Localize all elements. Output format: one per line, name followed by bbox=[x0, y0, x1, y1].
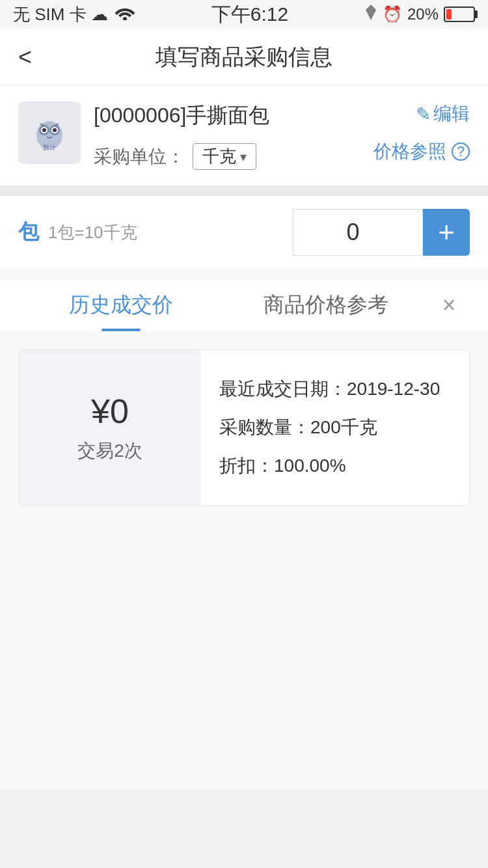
status-right: ⏰ 20% bbox=[364, 3, 475, 25]
edit-label: 编辑 bbox=[433, 102, 470, 126]
status-bar: 无 SIM 卡 ☁ 下午6:12 ⏰ 20% bbox=[0, 0, 488, 29]
unit-label: 采购单位： bbox=[94, 144, 185, 169]
edit-button[interactable]: ✎ 编辑 bbox=[416, 102, 470, 126]
svg-text:数计: 数计 bbox=[43, 144, 56, 151]
price-amount: ¥0 bbox=[91, 392, 129, 431]
product-unit-row: 采购单位： 千克 ▾ bbox=[94, 143, 269, 170]
product-info: [0000006]手撕面包 采购单位： 千克 ▾ bbox=[94, 102, 269, 170]
main-content: 历史成交价 商品价格参考 × ¥0 交易2次 最近成交日期：2019-12-30… bbox=[0, 269, 488, 789]
package-icon: 包 bbox=[18, 218, 39, 247]
product-left: 数计 [0000006]手撕面包 采购单位： 千克 ▾ bbox=[18, 102, 269, 170]
tab-history-price[interactable]: 历史成交价 bbox=[18, 279, 223, 331]
package-ratio: 1包=10千克 bbox=[48, 221, 137, 244]
dropdown-arrow-icon: ▾ bbox=[240, 149, 247, 165]
unit-badge[interactable]: 千克 ▾ bbox=[193, 143, 256, 170]
quantity-input[interactable] bbox=[293, 209, 423, 256]
recent-date-label: 最近成交日期： bbox=[219, 379, 347, 399]
tab-price-reference[interactable]: 商品价格参考 bbox=[223, 279, 428, 331]
purchase-qty-value: 200千克 bbox=[310, 417, 377, 437]
discount-value: 100.00% bbox=[274, 455, 346, 476]
location-icon bbox=[364, 3, 377, 25]
price-value: 0 bbox=[110, 392, 129, 430]
alarm-icon: ⏰ bbox=[383, 5, 402, 23]
tab-price-reference-label: 商品价格参考 bbox=[264, 291, 388, 319]
battery-icon bbox=[444, 7, 475, 22]
quantity-row: 包 1包=10千克 + bbox=[0, 196, 488, 269]
page-title: 填写商品采购信息 bbox=[156, 42, 332, 72]
tabs-close-button[interactable]: × bbox=[428, 279, 470, 331]
history-price-section: ¥0 交易2次 bbox=[19, 350, 201, 505]
quantity-plus-button[interactable]: + bbox=[423, 209, 470, 256]
battery-percent: 20% bbox=[407, 5, 439, 23]
svg-point-0 bbox=[123, 17, 127, 20]
history-price-card: ¥0 交易2次 最近成交日期：2019-12-30 采购数量：200千克 折扣：… bbox=[18, 349, 470, 506]
section-divider bbox=[0, 185, 488, 196]
product-header: 数计 [0000006]手撕面包 采购单位： 千克 ▾ ✎ 编辑 bbox=[18, 102, 470, 170]
purchase-qty-label: 采购数量： bbox=[219, 417, 310, 437]
tabs-row: 历史成交价 商品价格参考 × bbox=[0, 279, 488, 331]
product-logo: 数计 bbox=[29, 112, 70, 154]
price-ref-label: 价格参照 bbox=[373, 139, 446, 164]
purchase-qty-row: 采购数量：200千克 bbox=[219, 414, 451, 440]
nav-bar: < 填写商品采购信息 bbox=[0, 29, 488, 86]
status-left: 无 SIM 卡 ☁ bbox=[13, 3, 135, 26]
history-detail-section: 最近成交日期：2019-12-30 采购数量：200千克 折扣：100.00% bbox=[201, 350, 469, 505]
back-button[interactable]: < bbox=[18, 44, 32, 71]
trade-count: 交易2次 bbox=[77, 439, 142, 463]
unit-value: 千克 bbox=[202, 145, 236, 168]
discount-label: 折扣： bbox=[219, 455, 274, 476]
price-symbol: ¥ bbox=[91, 392, 110, 430]
quantity-label: 包 1包=10千克 bbox=[18, 218, 137, 247]
edit-icon: ✎ bbox=[416, 103, 431, 125]
wifi-icon bbox=[115, 5, 135, 25]
discount-row: 折扣：100.00% bbox=[219, 453, 451, 478]
recent-date-value: 2019-12-30 bbox=[347, 379, 440, 399]
status-time: 下午6:12 bbox=[211, 1, 288, 28]
no-sim-text: 无 SIM 卡 ☁ bbox=[13, 3, 108, 26]
recent-date-row: 最近成交日期：2019-12-30 bbox=[219, 376, 451, 401]
svg-point-7 bbox=[53, 128, 57, 132]
price-ref-help-icon: ? bbox=[452, 142, 470, 161]
tabs-container: 历史成交价 商品价格参考 × ¥0 交易2次 最近成交日期：2019-12-30… bbox=[0, 269, 488, 506]
tab-history-price-label: 历史成交价 bbox=[69, 291, 173, 319]
price-ref-right: ✎ 编辑 价格参照 ? bbox=[373, 102, 470, 164]
svg-point-6 bbox=[42, 128, 46, 132]
quantity-input-area: + bbox=[293, 209, 470, 256]
price-ref-button[interactable]: 价格参照 ? bbox=[373, 139, 470, 164]
product-name: [0000006]手撕面包 bbox=[94, 102, 269, 130]
product-image: 数计 bbox=[18, 102, 81, 164]
product-card: 数计 [0000006]手撕面包 采购单位： 千克 ▾ ✎ 编辑 bbox=[0, 86, 488, 185]
